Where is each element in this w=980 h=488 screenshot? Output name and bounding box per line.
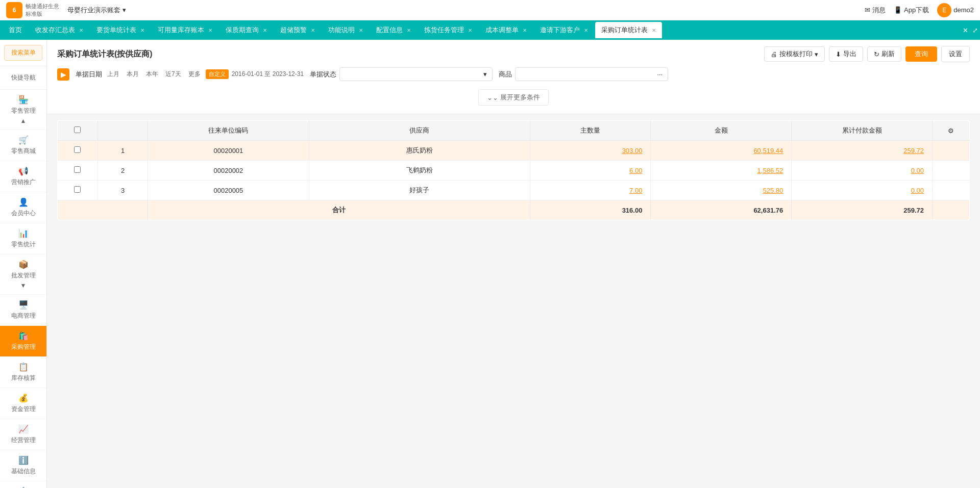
chevron-down-icon: ▾ (815, 50, 818, 58)
shortcut-last-month[interactable]: 上月 (105, 69, 121, 80)
table-area: 往来单位编码 供应商 主数量 金额 累计付款金额 ⚙ 1 00020001 惠氏… (47, 114, 980, 488)
logo-area: 6 畅捷通好生意 标准版 (6, 2, 59, 18)
expand-nav-icon[interactable]: ⤢ (972, 27, 978, 34)
row-action-3 (933, 181, 970, 200)
row-qty-1[interactable]: 303.00 (530, 141, 650, 161)
shortcut-7days[interactable]: 近7天 (163, 69, 183, 80)
close-tab-icon[interactable]: ✕ (140, 28, 144, 33)
tab-home[interactable]: 首页 (3, 22, 28, 38)
sidebar-item-ecommerce[interactable]: 🖥️ 电商管理 (0, 295, 46, 326)
sidebar-item-retail-mgmt[interactable]: 🏪 零售管理 ▲ (0, 90, 46, 130)
tab-overstock-warning[interactable]: 超储预警 ✕ (274, 22, 321, 38)
custom-date-tag: 自定义 (206, 69, 229, 79)
col-code: 往来单位编码 (148, 121, 309, 141)
refresh-icon: ↻ (874, 50, 879, 58)
row-checkbox-1[interactable] (58, 141, 98, 161)
row-amount-2[interactable]: 1,586.52 (651, 161, 792, 181)
row-qty-3[interactable]: 7.00 (530, 181, 650, 200)
query-button[interactable]: 查询 (905, 46, 937, 62)
footer-action (933, 200, 970, 220)
tab-available-stock[interactable]: 可用量库存账本 ✕ (152, 22, 218, 38)
sidebar-item-retail-store[interactable]: 🛒 零售商城 (0, 130, 46, 161)
row-paid-2[interactable]: 0.00 (792, 161, 933, 181)
row-checkbox-2[interactable] (58, 161, 98, 181)
sidebar-item-wholesale[interactable]: 📦 批发管理 ▼ (0, 254, 46, 295)
filter-toggle-button[interactable]: ▶ (57, 68, 69, 81)
refresh-button[interactable]: ↻ 刷新 (867, 46, 901, 62)
sidebar-item-finance[interactable]: 💰 资金管理 (0, 388, 46, 419)
row-paid-3[interactable]: 0.00 (792, 181, 933, 200)
row-code-3: 00020005 (148, 181, 309, 200)
chevron-down-icon: ▾ (122, 6, 126, 14)
close-tab-icon[interactable]: ✕ (359, 28, 363, 33)
shortcut-more[interactable]: 更多 (186, 69, 203, 80)
finance-icon: 💰 (18, 393, 29, 403)
tab-cost-adjust[interactable]: 成本调整单 ✕ (479, 22, 533, 38)
search-menu-button[interactable]: 搜索菜单 (4, 45, 42, 61)
close-tab-icon[interactable]: ✕ (407, 28, 411, 33)
col-no (97, 121, 148, 141)
col-settings[interactable]: ⚙ (933, 121, 970, 141)
top-bar: 6 畅捷通好生意 标准版 母婴行业演示账套 ▾ ✉ 消息 📱 App下载 E d… (0, 0, 980, 20)
sidebar-item-operation[interactable]: 📈 经营管理 (0, 419, 46, 450)
tab-config-info[interactable]: 配置信息 ✕ (370, 22, 417, 38)
date-filter-group: 单据日期 上月 本月 本年 近7天 更多 自定义 2016-01-01 至 20… (76, 69, 304, 80)
goods-input[interactable]: ··· (515, 67, 668, 81)
sidebar-item-retail-stats[interactable]: 📊 零售统计 (0, 223, 46, 254)
footer-row: 合计 316.00 62,631.76 259.72 (58, 200, 970, 220)
tab-expiry-query[interactable]: 保质期查询 ✕ (219, 22, 273, 38)
tab-order-summary[interactable]: 要货单统计表 ✕ (90, 22, 151, 38)
table-header: 往来单位编码 供应商 主数量 金额 累计付款金额 ⚙ (58, 121, 970, 141)
close-all-icon[interactable]: ✕ (963, 27, 968, 34)
status-filter-label: 单据状态 (310, 70, 336, 79)
row-action-2 (933, 161, 970, 181)
table-row: 2 00020002 飞鹤奶粉 6.00 1,586.52 0.00 (58, 161, 970, 181)
close-tab-icon[interactable]: ✕ (208, 28, 212, 33)
close-tab-icon[interactable]: ✕ (652, 28, 656, 33)
sidebar-item-inventory[interactable]: 📋 库存核算 (0, 357, 46, 388)
sidebar-item-member[interactable]: 👤 会员中心 (0, 192, 46, 223)
tab-invite-downstream[interactable]: 邀请下游客户 ✕ (534, 22, 594, 38)
purchase-icon: 🛍️ (18, 331, 29, 341)
row-paid-1[interactable]: 259.72 (792, 141, 933, 161)
row-supplier-1: 惠氏奶粉 (309, 141, 530, 161)
sidebar-item-system[interactable]: ⚙️ 系统管理 (0, 481, 46, 488)
select-all-checkbox[interactable] (74, 126, 81, 133)
close-tab-icon[interactable]: ✕ (468, 28, 472, 33)
tab-receive-summary[interactable]: 收发存汇总表 ✕ (29, 22, 89, 38)
print-button[interactable]: 🖨 按模板打印 ▾ (764, 46, 825, 62)
tab-purchase-summary[interactable]: 采购订单统计表 ✕ (595, 22, 662, 38)
row-amount-1[interactable]: 60,519.44 (651, 141, 792, 161)
message-icon: ✉ (865, 6, 870, 14)
row-qty-2[interactable]: 6.00 (530, 161, 650, 181)
workspace-selector[interactable]: 母婴行业演示账套 ▾ (63, 6, 130, 15)
row-checkbox-3[interactable] (58, 181, 98, 200)
row-action-1 (933, 141, 970, 161)
close-tab-icon[interactable]: ✕ (263, 28, 267, 33)
shortcut-this-month[interactable]: 本月 (125, 69, 141, 80)
close-tab-icon[interactable]: ✕ (523, 28, 527, 33)
quick-nav-button[interactable]: 快捷导航 (0, 69, 46, 86)
user-avatar-area[interactable]: E demo2 (937, 3, 974, 17)
row-amount-3[interactable]: 525.80 (651, 181, 792, 200)
sidebar-item-marketing[interactable]: 📢 营销推广 (0, 161, 46, 192)
page-title-row: 采购订单统计表(按供应商) 🖨 按模板打印 ▾ ⬇ 导出 ↻ 刷新 (57, 46, 970, 62)
page-title: 采购订单统计表(按供应商) (57, 49, 153, 60)
message-action[interactable]: ✉ 消息 (865, 6, 886, 15)
export-button[interactable]: ⬇ 导出 (829, 46, 863, 62)
tab-picking-task[interactable]: 拣货任务管理 ✕ (418, 22, 478, 38)
tab-function-desc[interactable]: 功能说明 ✕ (322, 22, 369, 38)
retail-stats-icon: 📊 (18, 228, 29, 238)
close-tab-icon[interactable]: ✕ (584, 28, 588, 33)
sidebar-item-purchase[interactable]: 🛍️ 采购管理 (0, 326, 46, 357)
status-select[interactable]: ▾ (339, 67, 493, 81)
row-supplier-2: 飞鹤奶粉 (309, 161, 530, 181)
close-tab-icon[interactable]: ✕ (79, 28, 83, 33)
settings-button[interactable]: 设置 (941, 46, 970, 62)
close-tab-icon[interactable]: ✕ (311, 28, 315, 33)
shortcut-this-year[interactable]: 本年 (144, 69, 160, 80)
expand-more-button[interactable]: ⌄⌄ 展开更多条件 (478, 89, 549, 106)
app-download-action[interactable]: 📱 App下载 (894, 6, 929, 15)
sidebar-item-basic-info[interactable]: ℹ️ 基础信息 (0, 450, 46, 481)
col-supplier: 供应商 (309, 121, 530, 141)
